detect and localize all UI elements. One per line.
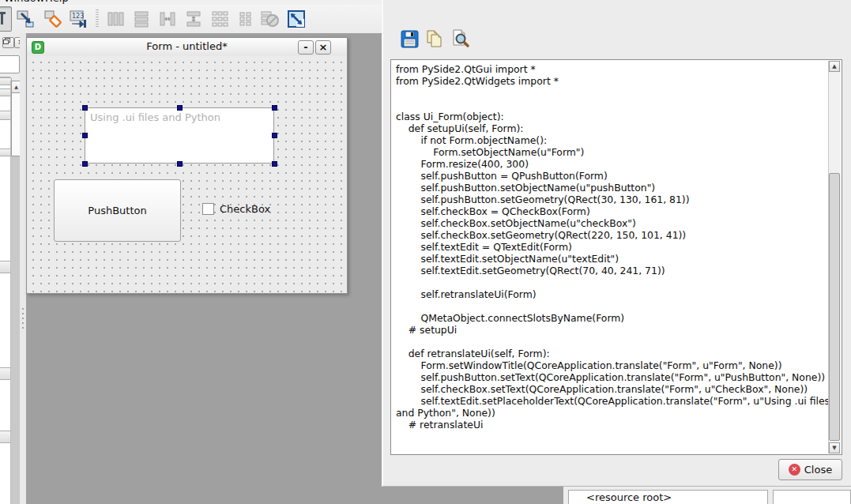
adjust-size-icon: [287, 9, 306, 28]
selection-handle[interactable]: [82, 161, 88, 167]
code-scrollbar[interactable]: ▲ ▼: [828, 61, 841, 453]
layout-horizontal-button[interactable]: [103, 6, 128, 32]
copy-icon: [425, 29, 444, 48]
edit-buddies-icon: [43, 9, 62, 28]
edit-tab-order-button[interactable]: 123: [66, 6, 91, 32]
minimize-button[interactable]: -: [298, 40, 314, 55]
form-canvas[interactable]: Using .ui files and Python PushButton Ch…: [27, 56, 347, 293]
widget-box-list[interactable]: [0, 77, 10, 504]
break-layout-icon: [260, 9, 281, 28]
svg-text:123: 123: [72, 13, 84, 20]
save-icon: [401, 30, 419, 48]
qt-designer-screen: Window Help 123: [0, 0, 851, 504]
selection-handle[interactable]: [272, 105, 277, 111]
close-circle-icon: ✕: [789, 464, 800, 476]
code-text: from PySide2.QtGui import *from PySide2.…: [391, 60, 829, 454]
layout-horizontal-splitter-button[interactable]: [155, 6, 180, 32]
layout-form-icon: [236, 9, 255, 28]
layout-vertical-icon: [132, 9, 151, 28]
layout-horizontal-splitter-icon: [158, 9, 177, 28]
dock-float-button[interactable]: [2, 37, 14, 48]
resource-panel-fragment: [773, 490, 851, 504]
layout-vertical-splitter-icon: [184, 9, 203, 28]
scroll-up-icon[interactable]: ▲: [829, 61, 840, 72]
mdi-area-fragment: [383, 487, 563, 504]
close-button-label: Close: [804, 464, 832, 476]
layout-grid-icon: [210, 9, 229, 28]
close-button[interactable]: ×: [315, 40, 331, 55]
scroll-down-icon[interactable]: ▼: [829, 442, 840, 453]
edit-widgets-button[interactable]: [0, 6, 12, 32]
scrollbar-thumb[interactable]: [829, 173, 840, 441]
widget-box-dock: × ▲: [0, 33, 20, 504]
selection-handle[interactable]: [177, 161, 183, 167]
break-layout-button[interactable]: [258, 6, 283, 32]
checkbox-box[interactable]: [202, 203, 214, 215]
copy-code-button[interactable]: [424, 28, 446, 50]
layout-horizontal-icon: [106, 9, 125, 28]
textedit-widget[interactable]: Using .ui files and Python: [85, 107, 274, 164]
code-preview-dialog: from PySide2.QtGui import *from PySide2.…: [382, 0, 851, 487]
selection-handle[interactable]: [82, 133, 88, 138]
layout-vertical-button[interactable]: [129, 6, 154, 32]
edit-widgets-icon: [0, 9, 9, 28]
edit-buddies-button[interactable]: [40, 6, 66, 32]
bottom-dock-area: <resource root>: [383, 487, 851, 504]
menu-help[interactable]: Help: [45, 0, 69, 4]
selection-handle[interactable]: [177, 105, 183, 111]
layout-vertical-splitter-button[interactable]: [181, 6, 206, 32]
widget-filter-input[interactable]: [0, 55, 20, 73]
save-code-button[interactable]: [398, 28, 420, 50]
selection-handle[interactable]: [272, 161, 277, 167]
code-view[interactable]: from PySide2.QtGui import *from PySide2.…: [390, 59, 842, 455]
pushbutton-label: PushButton: [88, 205, 146, 216]
layout-form-button[interactable]: [233, 6, 258, 32]
selection-handle[interactable]: [82, 105, 88, 111]
layout-grid-button[interactable]: [207, 6, 232, 32]
dock-splitter[interactable]: [20, 33, 26, 504]
form-title-bar[interactable]: D Form - untitled* - ×: [27, 38, 347, 57]
selection-handle[interactable]: [272, 133, 277, 138]
toolbar-separator: [96, 9, 99, 27]
checkbox-widget[interactable]: CheckBox: [202, 202, 270, 215]
main-toolbar: 123: [0, 5, 383, 34]
find-icon: [450, 29, 469, 48]
edit-tab-order-icon: 123: [69, 9, 88, 28]
menu-window[interactable]: Window: [4, 0, 44, 4]
textedit-placeholder: Using .ui files and Python: [90, 111, 220, 123]
adjust-size-button[interactable]: [284, 6, 309, 32]
dialog-close-button[interactable]: ✕ Close: [778, 459, 842, 480]
resource-root-item[interactable]: <resource root>: [568, 490, 768, 504]
pushbutton-widget[interactable]: PushButton: [54, 179, 181, 242]
form-window: D Form - untitled* - × Using .ui files a…: [26, 37, 348, 294]
edit-signals-slots-button[interactable]: [13, 6, 38, 32]
checkbox-label: CheckBox: [220, 203, 270, 215]
edit-signals-slots-icon: [16, 9, 35, 28]
find-button[interactable]: [449, 28, 471, 50]
